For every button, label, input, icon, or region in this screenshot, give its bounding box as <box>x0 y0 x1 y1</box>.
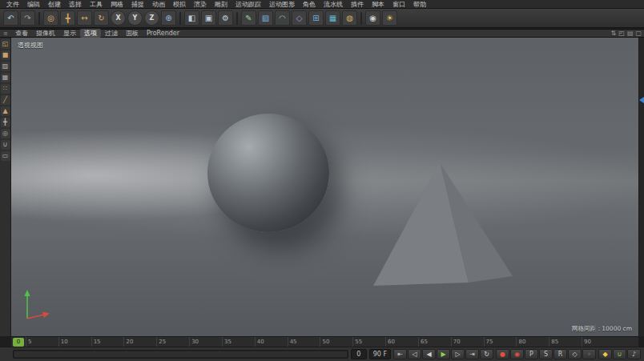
y-axis-lock-icon[interactable]: Y <box>127 10 143 26</box>
polygons-mode-icon[interactable]: ▲ <box>1 106 10 116</box>
menu-window[interactable]: 窗口 <box>388 0 409 9</box>
sphere-object[interactable] <box>207 114 329 232</box>
move-tool-icon[interactable]: ╋ <box>60 10 75 26</box>
coordinate-system-icon[interactable]: ⊕ <box>161 10 176 26</box>
vp-menu-display[interactable]: 显示 <box>59 29 80 38</box>
key-rotation-button[interactable]: R <box>553 349 567 359</box>
volume-icon[interactable]: ▦ <box>325 10 340 26</box>
z-axis-lock-icon[interactable]: Z <box>144 10 159 26</box>
record-keyframe-button[interactable]: ● <box>496 349 509 359</box>
timeline-playhead[interactable]: 0 <box>13 338 24 347</box>
range-slider-handle[interactable] <box>14 351 347 357</box>
workplane-mode-icon[interactable]: ▦ <box>1 73 10 82</box>
axis-gizmo-icon <box>18 285 53 325</box>
key-pla-button[interactable]: ◦ <box>582 349 596 359</box>
ruler-tick: 55 <box>352 337 385 347</box>
undo-icon[interactable]: ↶ <box>3 10 18 26</box>
ruler-tick: 30 <box>189 337 222 347</box>
menu-tools[interactable]: 工具 <box>86 0 107 9</box>
enable-axis-icon[interactable]: ╋ <box>1 118 10 127</box>
ruler-tick: 35 <box>222 337 255 347</box>
timeline-range-slider[interactable] <box>13 350 348 359</box>
light-icon[interactable]: ☀ <box>382 10 397 26</box>
mograph-icon[interactable]: ⊞ <box>308 10 324 26</box>
menu-plugins[interactable]: 插件 <box>347 0 368 9</box>
record-controls: ● ◉ P S R ◇ ◦ <box>496 349 596 359</box>
rotate-tool-icon[interactable]: ↻ <box>94 10 109 26</box>
vp-menu-options[interactable]: 选项 <box>80 29 101 38</box>
left-toolbar: ◱ ■ ▨ ▦ ∷ ╱ ▲ ╋ ◎ ∪ ▭ <box>0 38 11 336</box>
menu-mesh[interactable]: 网格 <box>107 0 127 9</box>
simulate-icon[interactable]: ◍ <box>342 10 357 26</box>
render-picture-viewer-icon[interactable]: ▣ <box>201 10 216 26</box>
spline-primitive-icon[interactable]: ◠ <box>275 10 290 26</box>
panel-menu-icon[interactable]: ▤ <box>627 30 634 38</box>
next-frame-button[interactable]: ▷ <box>451 349 465 359</box>
viewport-solo-icon[interactable]: ◎ <box>1 129 10 138</box>
menu-mograph[interactable]: 运动图形 <box>265 0 299 9</box>
menu-script[interactable]: 脚本 <box>368 0 388 9</box>
menu-animate[interactable]: 动画 <box>148 0 169 9</box>
autokey-button[interactable]: ◉ <box>510 349 524 359</box>
x-axis-lock-icon[interactable]: X <box>111 10 126 26</box>
timeline-ruler[interactable]: 0 5 10 15 20 25 30 35 40 45 50 <box>11 336 638 347</box>
toolbar-separator <box>38 12 40 25</box>
panel-maximize-icon[interactable]: ▢ <box>635 30 642 38</box>
render-settings-icon[interactable]: ⚙ <box>218 10 233 26</box>
vp-menu-cameras[interactable]: 摄像机 <box>32 29 59 38</box>
current-frame-field[interactable]: 0 <box>351 349 367 359</box>
menu-help[interactable]: 帮助 <box>409 0 430 9</box>
texture-mode-icon[interactable]: ▨ <box>1 62 10 71</box>
keyframe-selection-button[interactable]: ◆ <box>598 349 612 359</box>
menu-select[interactable]: 选择 <box>65 0 86 9</box>
render-view-icon[interactable]: ◧ <box>184 10 199 26</box>
scale-tool-icon[interactable]: ↔ <box>77 10 92 26</box>
prev-frame-button[interactable]: ◀ <box>422 349 436 359</box>
menu-snap[interactable]: 捕捉 <box>127 0 148 9</box>
panel-grip-icon[interactable]: ≡ <box>0 30 11 37</box>
key-scale-button[interactable]: S <box>539 349 553 359</box>
sound-toggle-button[interactable]: ♪ <box>627 349 641 359</box>
menu-file[interactable]: 文件 <box>2 0 23 9</box>
cube-primitive-icon[interactable]: ▧ <box>258 10 273 26</box>
viewport-bookmark-icon[interactable] <box>639 97 644 103</box>
redo-icon[interactable]: ↷ <box>20 10 35 26</box>
subdivision-surface-icon[interactable]: ◇ <box>292 10 307 26</box>
end-frame-field[interactable]: 90 F <box>369 349 391 359</box>
play-button[interactable]: ▶ <box>437 349 450 359</box>
menu-character[interactable]: 角色 <box>299 0 320 9</box>
key-position-button[interactable]: P <box>525 349 538 359</box>
menu-edit[interactable]: 编辑 <box>23 0 44 9</box>
grid-spacing-label: 网格间距 : 10000 cm <box>572 325 632 333</box>
model-mode-icon[interactable]: ■ <box>1 50 10 60</box>
vp-menu-view[interactable]: 查看 <box>11 29 32 38</box>
prev-key-button[interactable]: ◁ <box>408 349 421 359</box>
camera-icon[interactable]: ◉ <box>365 10 380 26</box>
goto-start-button[interactable]: ⇤ <box>393 349 407 359</box>
menu-motion-tracker[interactable]: 运动跟踪 <box>231 0 265 9</box>
live-selection-icon[interactable]: ◎ <box>43 10 58 26</box>
vp-menu-prorender[interactable]: ProRender <box>143 29 183 38</box>
goto-end-button[interactable]: ⇥ <box>465 349 479 359</box>
ruler-tick: 85 <box>549 337 582 347</box>
panel-arrange-icon[interactable]: ⇅ <box>611 30 617 38</box>
key-parameter-button[interactable]: ◇ <box>568 349 582 359</box>
viewport-3d[interactable]: 透视视图 网格间距 : 10000 cm <box>11 38 638 336</box>
panel-float-icon[interactable]: ◰ <box>618 30 625 38</box>
edges-mode-icon[interactable]: ╱ <box>1 95 10 105</box>
menu-pipeline[interactable]: 流水线 <box>320 0 347 9</box>
toolbar-separator <box>360 12 362 25</box>
pen-tool-icon[interactable]: ✎ <box>241 10 256 26</box>
workplane-lock-icon[interactable]: ▭ <box>1 151 10 161</box>
make-editable-icon[interactable]: ◱ <box>1 39 10 49</box>
vp-menu-filter[interactable]: 过滤 <box>101 29 122 38</box>
points-mode-icon[interactable]: ∷ <box>1 84 10 94</box>
menu-sculpt[interactable]: 雕刻 <box>211 0 231 9</box>
snap-toggle-icon[interactable]: ∪ <box>1 140 10 150</box>
snap-key-button[interactable]: ∪ <box>613 349 626 359</box>
menu-create[interactable]: 创建 <box>44 0 65 9</box>
menu-render[interactable]: 渲染 <box>190 0 211 9</box>
vp-menu-panel[interactable]: 面板 <box>122 29 143 38</box>
menu-simulate[interactable]: 模拟 <box>169 0 190 9</box>
loop-button[interactable]: ↻ <box>480 349 493 359</box>
